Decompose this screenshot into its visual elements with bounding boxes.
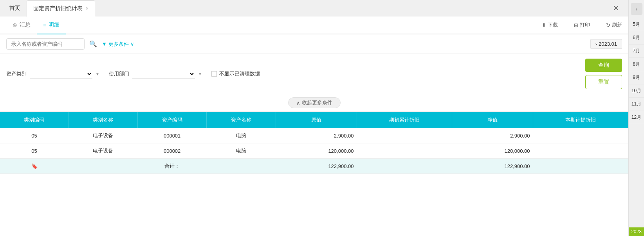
total-icon: 🔖 [31,163,38,169]
cell-total-icon: 🔖 [0,159,69,174]
list-icon: ≡ [43,22,46,28]
cell-total-accumulated [357,159,452,174]
cell-original-value-1: 2,900.00 [276,128,357,143]
cell-total-original: 122,900.00 [276,159,357,174]
department-filter: 使用部门 ▼ [109,69,202,79]
divider [566,21,566,29]
collapse-button[interactable]: ∧ 收起更多条件 [288,97,341,108]
tab-bar: 首页 固定资产折旧统计表 × ✕ [0,0,628,16]
table-row: 05 电子设备 000001 电脑 2,900.00 2,900.00 [0,128,628,143]
print-button[interactable]: ⊟ 打印 [574,21,590,29]
asset-type-label: 资产类别 [6,70,27,77]
year-badge[interactable]: 2023 [629,227,644,236]
cell-accumulated-1 [357,128,452,143]
tab-summary[interactable]: ⊛ 汇总 [6,16,37,34]
search-input[interactable] [6,38,85,50]
refresh-icon: ↻ [606,22,610,28]
query-button[interactable]: 查询 [585,59,622,72]
action-buttons: 查询 重置 [585,59,622,89]
advanced-filter-panel: 资产类别 ▼ 使用部门 ▼ 不显示已清理数据 查询 重置 [0,54,628,94]
cell-total-current [533,159,628,174]
right-sidebar: › 5月 6月 7月 8月 9月 10月 11月 12月 2023 [628,0,644,236]
hide-cleared-label: 不显示已清理数据 [219,70,260,77]
cell-asset-code-2: 000002 [137,143,206,159]
download-button[interactable]: ⬇ 下载 [542,21,558,29]
chevron-right-icon: › [595,41,597,47]
cell-asset-code-1: 000001 [137,128,206,143]
date-label: 2023.01 [599,41,617,47]
sub-toolbar: ⊛ 汇总 ≡ 明细 ⬇ 下载 ⊟ 打印 ↻ 刷新 [0,16,628,34]
month-item-7[interactable]: 7月 [629,45,644,58]
date-display: › 2023.01 [590,39,622,49]
month-item-5[interactable]: 5月 [629,18,644,31]
more-conditions-label: 更多条件 [108,41,129,48]
asset-type-select[interactable] [30,69,92,79]
tab-close-icon[interactable]: × [86,6,88,11]
detail-tab-label: 明细 [49,21,60,29]
download-label: 下载 [548,21,558,29]
collapse-icon: ∧ [296,100,300,106]
cell-net-value-1: 2,900.00 [452,128,533,143]
cell-total-net-value: 122,900.00 [452,159,533,174]
data-table-wrapper: 类别编码 类别名称 资产编码 资产名称 原值 期初累计折旧 净值 本期计提折旧 … [0,112,628,236]
cell-current-depreciation-2 [533,143,628,159]
refresh-button[interactable]: ↻ 刷新 [606,21,622,29]
cell-category-code-2: 05 [0,143,69,159]
department-arrow: ▼ [198,72,202,76]
month-item-8[interactable]: 8月 [629,58,644,71]
month-item-6[interactable]: 6月 [629,31,644,45]
col-header-accumulated-depreciation: 期初累计折旧 [357,112,452,128]
more-conditions-toggle[interactable]: ▼ 更多条件 ∨ [102,41,134,48]
filter-icon: ▼ [102,41,107,47]
refresh-label: 刷新 [612,21,622,29]
asset-type-filter: 资产类别 ▼ [6,69,99,79]
summary-tab-label: 汇总 [20,21,31,29]
tab-active[interactable]: 固定资产折旧统计表 × [27,0,95,17]
cell-current-depreciation-1 [533,128,628,143]
print-label: 打印 [580,21,590,29]
reset-button[interactable]: 重置 [585,75,622,89]
month-item-12[interactable]: 12月 [629,111,644,124]
divider2 [598,21,598,29]
cell-category-name-2: 电子设备 [69,143,137,159]
tab-detail[interactable]: ≡ 明细 [37,16,66,34]
col-header-asset-code: 资产编码 [137,112,206,128]
month-item-11[interactable]: 11月 [629,98,644,111]
toolbar-actions: ⬇ 下载 ⊟ 打印 ↻ 刷新 [542,21,622,29]
hide-cleared-filter: 不显示已清理数据 [211,70,260,77]
col-header-category-code: 类别编码 [0,112,69,128]
col-header-asset-name: 资产名称 [207,112,276,128]
tab-home[interactable]: 首页 [3,0,27,16]
window-close-button[interactable]: ✕ [607,1,625,16]
col-header-original-value: 原值 [276,112,357,128]
cell-asset-name-2: 电脑 [207,143,276,159]
cell-category-code-1: 05 [0,128,69,143]
hide-cleared-checkbox[interactable] [211,71,217,77]
search-icon[interactable]: 🔍 [89,40,97,48]
table-total-row: 🔖 合计： 122,900.00 122,900.00 [0,159,628,174]
filter-bar: 🔍 ▼ 更多条件 ∨ › 2023.01 [0,34,628,54]
layers-icon: ⊛ [13,22,17,28]
month-item-9[interactable]: 9月 [629,71,644,84]
data-table: 类别编码 类别名称 资产编码 资产名称 原值 期初累计折旧 净值 本期计提折旧 … [0,112,628,174]
cell-category-name-1: 电子设备 [69,128,137,143]
chevron-down-icon: ∨ [130,41,134,47]
active-tab-label: 固定资产折旧统计表 [33,5,83,12]
filter-row-1: 资产类别 ▼ 使用部门 ▼ 不显示已清理数据 查询 重置 [6,59,622,89]
download-icon: ⬇ [542,22,546,28]
print-icon: ⊟ [574,22,578,28]
sidebar-expand-arrow[interactable]: › [631,3,642,15]
col-header-net-value: 净值 [452,112,533,128]
cell-total-label: 合计： [69,159,276,174]
col-header-current-depreciation: 本期计提折旧 [533,112,628,128]
month-list: 5月 6月 7月 8月 9月 10月 11月 12月 [629,18,644,124]
month-item-10[interactable]: 10月 [629,84,644,98]
department-select[interactable] [132,69,195,79]
department-label: 使用部门 [109,70,129,77]
collapse-label: 收起更多条件 [302,99,332,106]
cell-original-value-2: 120,000.00 [276,143,357,159]
asset-type-arrow: ▼ [96,72,99,76]
cell-accumulated-2 [357,143,452,159]
collapse-row: ∧ 收起更多条件 [0,94,628,112]
table-header-row: 类别编码 类别名称 资产编码 资产名称 原值 期初累计折旧 净值 本期计提折旧 [0,112,628,128]
